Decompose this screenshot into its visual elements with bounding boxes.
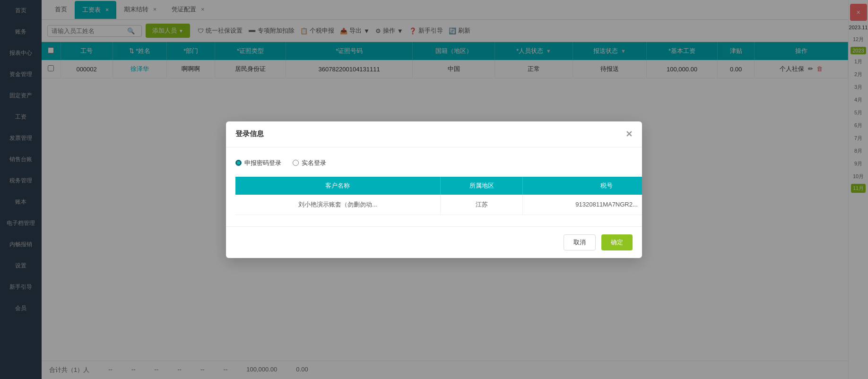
dialog-cell-taxno: 91320811MA7NGR2... (523, 195, 642, 215)
radio-password-input[interactable] (235, 160, 242, 166)
dialog-cell-client: 刘小艳演示账套（勿删勿动... (235, 195, 440, 215)
dialog-col-taxno: 税号 (523, 177, 642, 195)
dialog-overlay[interactable]: 登录信息 ✕ 申报密码登录 实名登录 客户名称 所属地区 (0, 0, 868, 379)
dialog-col-client: 客户名称 (235, 177, 440, 195)
dialog-table-row: 刘小艳演示账套（勿删勿动... 江苏 91320811MA7NGR2... (235, 195, 642, 215)
radio-realname-input[interactable] (293, 160, 299, 166)
dialog-body: 申报密码登录 实名登录 客户名称 所属地区 税号 个税密码 (226, 147, 642, 226)
login-info-table: 客户名称 所属地区 税号 个税密码 刘小艳演示账套（勿删勿动... 江苏 913… (235, 177, 642, 215)
dialog-header: 登录信息 ✕ (226, 121, 642, 147)
login-type-radio-group: 申报密码登录 实名登录 (235, 159, 633, 167)
login-dialog: 登录信息 ✕ 申报密码登录 实名登录 客户名称 所属地区 (226, 121, 642, 258)
radio-realname-login[interactable]: 实名登录 (293, 159, 326, 167)
dialog-close-button[interactable]: ✕ (625, 129, 633, 139)
dialog-footer: 取消 确定 (226, 226, 642, 258)
dialog-cell-region: 江苏 (440, 195, 522, 215)
confirm-button[interactable]: 确定 (601, 234, 633, 250)
radio-password-login[interactable]: 申报密码登录 (235, 159, 281, 167)
cancel-button[interactable]: 取消 (564, 234, 596, 250)
dialog-title: 登录信息 (235, 129, 264, 138)
dialog-col-region: 所属地区 (440, 177, 522, 195)
